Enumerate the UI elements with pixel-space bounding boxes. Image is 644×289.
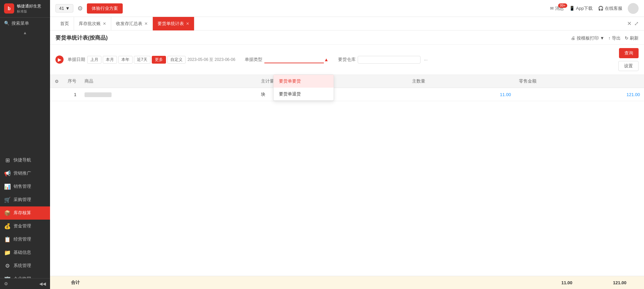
tab-receivables-close[interactable]: ✕ xyxy=(144,21,148,26)
row-settings xyxy=(50,88,64,101)
print-chevron-icon: ▼ xyxy=(600,36,604,41)
nav-icon-marketing: 📢 xyxy=(4,170,11,177)
th-quantity: 主数量 xyxy=(408,75,515,88)
date-btn-7days[interactable]: 近7天 xyxy=(134,56,150,64)
sidebar-item-finance[interactable]: 💰资金管理 xyxy=(0,220,50,233)
amount-link[interactable]: 121.00 xyxy=(626,92,640,97)
product-blur xyxy=(85,92,112,97)
dropdown-item-order-request-label: 要货单要货 xyxy=(279,79,301,84)
search-icon: 🔍 xyxy=(4,21,9,26)
topbar: 41 ▼ ⚙ 体验行业方案 ✉ 消息 99+ 📱 App下载 🎧 在线客服 xyxy=(50,0,644,17)
date-label: 单据日期 xyxy=(68,57,85,63)
nav-icon-finance: 💰 xyxy=(4,223,11,229)
trial-btn[interactable]: 体验行业方案 xyxy=(87,3,123,14)
query-btn[interactable]: 查询 xyxy=(619,48,639,58)
page-title: 要货单统计表(按商品) xyxy=(55,35,108,42)
company-selector[interactable]: 41 ▼ xyxy=(55,4,73,13)
content-area: 要货单统计表(按商品) 🖨 按模板打印 ▼ ↑ 导出 ↻ 刷新 xyxy=(50,30,644,289)
dropdown-item-order-return-label: 要货单退货 xyxy=(279,91,301,96)
tab-home[interactable]: 首页 xyxy=(55,17,74,30)
sidebar-item-quick-nav[interactable]: ⊞快捷导航 xyxy=(0,154,50,167)
type-filter-group: 单据类型 ▲ xyxy=(245,56,329,63)
export-icon: ↑ xyxy=(609,36,611,41)
filter-expand-btn[interactable]: ▶ xyxy=(55,55,64,64)
nav-label-system: 系统管理 xyxy=(14,263,31,269)
dropdown-item-order-return[interactable]: 要货单退货 xyxy=(273,88,334,101)
tab-order-stats-close[interactable]: ✕ xyxy=(186,21,189,26)
print-template-btn[interactable]: 🖨 按模板打印 ▼ xyxy=(571,35,604,41)
filter-bar: ▶ 单据日期 上月 本月 本年 近7天 更多 自定义 2023-05-06 至 … xyxy=(50,45,644,75)
footer-label: 合计 xyxy=(54,280,128,286)
settings-filter-btn[interactable]: 设置 xyxy=(618,61,639,71)
refresh-btn[interactable]: ↻ 刷新 xyxy=(625,35,639,41)
download-icon: 📱 xyxy=(569,6,575,11)
date-btn-this-year[interactable]: 本年 xyxy=(118,56,133,64)
nav-icon-enterprise: 🏢 xyxy=(4,276,11,278)
user-avatar[interactable] xyxy=(628,3,639,14)
warehouse-input[interactable] xyxy=(358,56,421,64)
type-select-arrow[interactable]: ▲ xyxy=(324,57,329,62)
row-amount: 121.00 xyxy=(515,88,644,101)
maximize-win-btn[interactable]: ⤢ xyxy=(634,20,639,27)
print-icon: 🖨 xyxy=(571,36,575,41)
messages-badge: 99+ xyxy=(558,3,567,8)
sidebar-item-basic-info[interactable]: 📁基础信息 xyxy=(0,246,50,259)
type-label: 单据类型 xyxy=(245,57,262,63)
collapse-icon[interactable]: ◀◀ xyxy=(39,281,46,286)
date-btn-last-month[interactable]: 上月 xyxy=(87,56,101,64)
topbar-actions: ✉ 消息 99+ 📱 App下载 🎧 在线客服 xyxy=(550,3,639,14)
sidebar-item-inventory[interactable]: 📦库存核算 xyxy=(0,206,50,220)
export-btn[interactable]: ↑ 导出 xyxy=(609,35,621,41)
sidebar-item-operations[interactable]: 📋经营管理 xyxy=(0,233,50,246)
online-service-action[interactable]: 🎧 在线客服 xyxy=(598,5,622,12)
date-btn-this-month[interactable]: 本月 xyxy=(103,56,117,64)
tabs-bar: 首页 库存批次账 ✕ 收发存汇总表 ✕ 要货单统计表 ✕ ✕ ⤢ xyxy=(50,17,644,30)
nav-icon-basic-info: 📁 xyxy=(4,249,11,256)
messages-action[interactable]: ✉ 消息 99+ xyxy=(550,5,564,12)
th-settings[interactable]: ⚙ xyxy=(50,75,64,88)
sidebar-item-system[interactable]: ⚙系统管理 xyxy=(0,259,50,272)
tab-batch-accounts-close[interactable]: ✕ xyxy=(103,21,106,26)
date-btn-more[interactable]: 更多 xyxy=(152,56,166,64)
sidebar-item-marketing[interactable]: 📢营销推广 xyxy=(0,167,50,180)
nav-label-quick-nav: 快捷导航 xyxy=(14,157,31,163)
app-download-action[interactable]: 📱 App下载 xyxy=(569,5,593,12)
nav-label-basic-info: 基础信息 xyxy=(14,249,31,255)
table-footer: 合计 11.00 121.00 xyxy=(50,276,644,289)
warehouse-filter-group: 要货仓库 ··· xyxy=(338,56,429,64)
topbar-settings-icon[interactable]: ⚙ xyxy=(77,5,83,12)
warehouse-label: 要货仓库 xyxy=(338,57,356,63)
sidebar-item-sales[interactable]: 📊销售管理 xyxy=(0,180,50,193)
scroll-up-indicator[interactable]: ▲ xyxy=(0,29,50,37)
settings-bottom-icon[interactable]: ⚙ xyxy=(4,281,8,286)
dropdown-item-order-request[interactable]: 要货单要货 xyxy=(273,75,334,88)
warehouse-dots[interactable]: ··· xyxy=(424,57,428,62)
th-index: 序号 xyxy=(64,75,80,88)
filter-buttons: 查询 设置 xyxy=(618,48,639,71)
messages-icon: ✉ xyxy=(550,6,554,11)
tab-batch-accounts[interactable]: 库存批次账 ✕ xyxy=(74,17,111,30)
nav-label-sales: 销售管理 xyxy=(14,183,31,190)
company-value: 41 xyxy=(59,6,64,11)
date-btn-custom[interactable]: 自定义 xyxy=(167,56,186,64)
nav-icon-operations: 📋 xyxy=(4,236,11,243)
online-service-label: 在线客服 xyxy=(605,5,622,12)
sidebar-item-enterprise[interactable]: 🏢企业协同 xyxy=(0,272,50,278)
page-header-actions: 🖨 按模板打印 ▼ ↑ 导出 ↻ 刷新 xyxy=(571,35,639,41)
footer-quantity: 11.00 xyxy=(545,280,579,285)
tab-order-stats[interactable]: 要货单统计表 ✕ xyxy=(153,17,194,30)
nav-label-marketing: 营销推广 xyxy=(14,170,31,176)
nav-label-purchase: 采购管理 xyxy=(14,197,31,203)
search-menu[interactable]: 🔍 搜索菜单 xyxy=(0,18,50,29)
sidebar-nav: ▲ xyxy=(0,29,50,154)
th-product: 商品 xyxy=(80,75,257,88)
sidebar-item-purchase[interactable]: 🛒采购管理 xyxy=(0,193,50,206)
close-win-btn[interactable]: ✕ xyxy=(627,20,631,27)
type-select-input[interactable] xyxy=(264,56,324,63)
tab-batch-accounts-label: 库存批次账 xyxy=(79,21,101,27)
sidebar: b 畅捷通好生意 标准版 🔍 搜索菜单 ▲ ⊞快捷导航📢营销推广📊销售管理🛒采购… xyxy=(0,0,50,289)
table-header: ⚙ 序号 商品 主计量单位 主数量 零售金额 xyxy=(50,75,644,88)
tab-receivables[interactable]: 收发存汇总表 ✕ xyxy=(111,17,153,30)
quantity-link[interactable]: 11.00 xyxy=(500,92,511,97)
main-area: 41 ▼ ⚙ 体验行业方案 ✉ 消息 99+ 📱 App下载 🎧 在线客服 xyxy=(50,0,644,289)
